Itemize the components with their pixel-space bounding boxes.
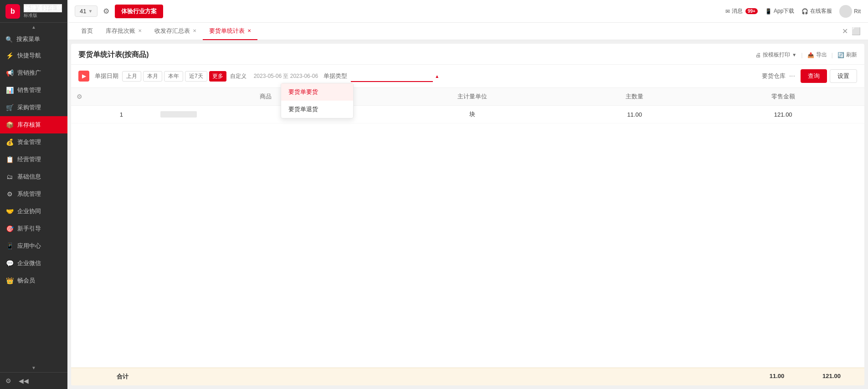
topbar-left: 41 ▼ ⚙ 体验行业方案 (75, 5, 720, 18)
print-chevron-down-icon: ▼ (792, 52, 796, 57)
th-quantity: 主数量 (567, 88, 702, 106)
col-settings-icon[interactable]: ⚙ (77, 93, 82, 100)
sidebar-item-label: 企业微信 (17, 259, 41, 267)
footer-amount: 121.00 (822, 373, 841, 379)
date-btn-this-month[interactable]: 本月 (143, 71, 162, 82)
sidebar-item-label: 库存核算 (17, 121, 41, 129)
export-label: 导出 (816, 51, 827, 59)
tab-order-stats-label: 要货单统计表 (209, 27, 245, 35)
sidebar-item-label: 应用中心 (17, 242, 41, 250)
sidebar-item-member[interactable]: 👑 畅会员 (0, 272, 67, 289)
sidebar-item-label: 经营管理 (17, 155, 41, 164)
refresh-label: 刷新 (846, 51, 857, 59)
online-service-button[interactable]: 🎧 在线客服 (801, 7, 832, 15)
user-profile[interactable]: Rit (839, 5, 861, 18)
window-expand-icon[interactable]: ⬜ (852, 27, 861, 36)
sidebar-item-system[interactable]: ⚙ 系统管理 (0, 185, 67, 203)
sidebar-item-marketing[interactable]: 📢 营销推广 (0, 64, 67, 82)
store-selector[interactable]: 41 ▼ (75, 5, 98, 17)
sidebar-item-label: 新手引导 (17, 225, 41, 233)
query-button[interactable]: 查询 (801, 69, 827, 83)
th-amount: 零售金额 (702, 88, 864, 106)
sidebar-logo: b 畅捷通好生意 标准版 (0, 0, 67, 23)
tab-receive-summary[interactable]: 收发存汇总表 ✕ (148, 23, 203, 40)
settings-button[interactable]: 设置 (830, 69, 857, 83)
tab-home[interactable]: 首页 (75, 23, 99, 40)
sidebar: b 畅捷通好生意 标准版 ▲ 🔍 搜索菜单 ⚡ 快捷导航 📢 营销推广 📊 销售… (0, 0, 67, 389)
tab-order-stats-close[interactable]: ✕ (247, 28, 251, 33)
dropdown-item-yaohuodanyaohuo[interactable]: 要货单要货 (281, 83, 353, 101)
warehouse-more-icon[interactable]: ··· (789, 72, 795, 80)
sidebar-item-finance[interactable]: 💰 资金管理 (0, 133, 67, 151)
app-download-button[interactable]: 📱 App下载 (765, 7, 794, 15)
topbar-settings-icon[interactable]: ⚙ (101, 5, 111, 17)
basic-icon: 🗂 (5, 173, 14, 181)
date-btn-more[interactable]: 更多 (209, 71, 226, 82)
app-logo-icon: b (5, 4, 20, 19)
type-filter-group: 单据类型 ▲ (324, 71, 756, 82)
print-icon: 🖨 (755, 52, 761, 58)
page-header: 要货单统计表(按商品) 🖨 按模板打印 ▼ | 📤 导出 | 🔄 刷新 (71, 44, 864, 65)
type-select-input[interactable] (351, 71, 433, 82)
app-center-icon: 📱 (5, 242, 14, 250)
sidebar-item-sales[interactable]: 📊 销售管理 (0, 82, 67, 99)
sidebar-item-inventory[interactable]: 📦 库存核算 (0, 116, 67, 133)
sales-icon: 📊 (5, 86, 14, 94)
app-download-icon: 📱 (765, 8, 772, 15)
tab-inventory-batch-close[interactable]: ✕ (138, 28, 142, 33)
date-range-display: 2023-05-06 至 2023-06-06 (254, 72, 318, 80)
table-header-row: ⚙ 商品 主计量单位 主数量 零售金额 (71, 88, 864, 106)
sidebar-item-basic[interactable]: 🗂 基础信息 (0, 168, 67, 185)
window-close-icon[interactable]: ✕ (842, 27, 848, 36)
sidebar-item-label: 快捷导航 (17, 51, 41, 60)
tab-inventory-batch[interactable]: 库存批次账 ✕ (99, 23, 148, 40)
sidebar-item-operation[interactable]: 📋 经营管理 (0, 151, 67, 168)
tab-order-stats[interactable]: 要货单统计表 ✕ (203, 23, 257, 40)
date-filter-group: 单据日期 上月 本月 本年 近7天 更多 自定义 (95, 71, 247, 82)
marketing-icon: 📢 (5, 69, 14, 77)
sidebar-item-label: 系统管理 (17, 190, 41, 198)
td-quantity: 11.00 (567, 106, 702, 123)
page-content: 要货单统计表(按商品) 🖨 按模板打印 ▼ | 📤 导出 | 🔄 刷新 (71, 44, 864, 385)
sidebar-item-wechat[interactable]: 💬 企业微信 (0, 255, 67, 272)
refresh-button[interactable]: 🔄 刷新 (837, 51, 857, 59)
date-btn-last7[interactable]: 近7天 (185, 71, 207, 82)
messages-button[interactable]: ✉ 消息 99+ (725, 7, 758, 15)
page-title: 要货单统计表(按商品) (78, 50, 149, 60)
type-filter-label: 单据类型 (324, 72, 347, 80)
warehouse-filter-label: 要货仓库 (762, 72, 786, 80)
tabs-bar: 首页 库存批次账 ✕ 收发存汇总表 ✕ 要货单统计表 ✕ ✕ ⬜ (67, 23, 868, 40)
dropdown-item-yaohuodantuihuo[interactable]: 要货单退货 (281, 101, 353, 118)
tab-inventory-batch-label: 库存批次账 (106, 27, 135, 35)
sidebar-item-purchase[interactable]: 🛒 采购管理 (0, 99, 67, 116)
sidebar-item-enterprise[interactable]: 🤝 企业协同 (0, 203, 67, 220)
app-download-label: App下载 (774, 7, 794, 15)
date-btn-last-month[interactable]: 上月 (122, 71, 141, 82)
sidebar-search[interactable]: 🔍 搜索菜单 (0, 31, 67, 47)
type-dropdown-menu: 要货单要货 要货单退货 (281, 83, 354, 118)
sidebar-item-label: 基础信息 (17, 173, 41, 181)
print-button[interactable]: 🖨 按模板打印 ▼ (755, 51, 796, 59)
collapse-icon[interactable]: ◀◀ (19, 377, 29, 384)
export-button[interactable]: 📤 导出 (807, 51, 827, 59)
refresh-icon: 🔄 (837, 52, 844, 58)
type-select-chevron-up-icon[interactable]: ▲ (435, 74, 439, 79)
date-btn-this-year[interactable]: 本年 (164, 71, 183, 82)
sidebar-item-app-center[interactable]: 📱 应用中心 (0, 237, 67, 255)
sidebar-nav: ⚡ 快捷导航 📢 营销推广 📊 销售管理 🛒 采购管理 📦 库存核算 💰 资金管… (0, 47, 67, 363)
sidebar-item-label: 资金管理 (17, 138, 41, 146)
footer-total-label: 合计 (117, 373, 128, 380)
sidebar-scroll-up[interactable]: ▲ (0, 23, 67, 31)
sidebar-item-quick-nav[interactable]: ⚡ 快捷导航 (0, 47, 67, 64)
trial-button[interactable]: 体验行业方案 (115, 5, 163, 18)
sidebar-item-guide[interactable]: 🎯 新手引导 (0, 220, 67, 237)
tab-receive-summary-close[interactable]: ✕ (193, 28, 196, 33)
filter-expand-button[interactable]: ▶ (78, 71, 89, 82)
date-custom-btn[interactable]: 自定义 (230, 72, 247, 80)
quick-nav-icon: ⚡ (5, 51, 14, 60)
inventory-icon: 📦 (5, 121, 14, 129)
purchase-icon: 🛒 (5, 103, 14, 112)
settings-bottom-icon[interactable]: ⚙ (5, 377, 11, 384)
sidebar-scroll-down[interactable]: ▼ (0, 363, 67, 372)
operation-icon: 📋 (5, 155, 14, 164)
